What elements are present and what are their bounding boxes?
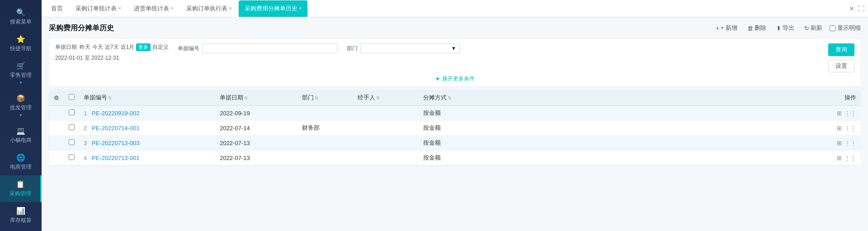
doc-no-input[interactable]	[202, 43, 338, 53]
sidebar-item-label: 零售管理	[10, 71, 32, 79]
view-icon[interactable]: ⊞	[837, 125, 842, 132]
more-icon[interactable]: ⋮⋮	[844, 155, 856, 161]
row-doc-date: 2022-07-13	[215, 151, 297, 165]
row-checkbox[interactable]	[64, 121, 79, 136]
close-icon[interactable]: ×	[299, 6, 302, 11]
close-icon[interactable]: ×	[118, 6, 121, 11]
row-doc-date: 2022-09-19	[215, 106, 297, 121]
cart-icon: 🛒	[16, 61, 25, 70]
tab-label: 首页	[51, 5, 63, 13]
col-doc-date-label: 单据日期	[220, 94, 243, 102]
date-range: 2022-01-01 至 2022-12-31	[55, 54, 169, 62]
show-detail-checkbox[interactable]: 显示明细	[830, 24, 861, 32]
row-handler	[353, 136, 419, 151]
doc-no-link[interactable]: PE-20220713-001	[92, 155, 140, 161]
add-button[interactable]: + + 新增	[713, 23, 740, 33]
sort-icon: ⇅	[315, 95, 318, 100]
expand-label: 展开更多条件	[442, 75, 475, 83]
table-row: 1 PE-20220919-002 2022-09-19 按金额 ⊞ ⋮⋮	[49, 106, 861, 121]
col-handler-label: 经手人	[358, 94, 375, 102]
sidebar-item-label: 库存核算	[10, 217, 32, 224]
col-doc-date[interactable]: 单据日期 ⇅	[215, 90, 297, 106]
sidebar-item-inventory[interactable]: 📊 库存核算	[0, 202, 42, 229]
globe-icon: 🌐	[16, 153, 25, 162]
expand-more[interactable]: ▼ 展开更多条件	[55, 75, 854, 83]
col-doc-no[interactable]: 单据编号 ⇅	[79, 90, 215, 106]
col-settings[interactable]: ⚙	[49, 90, 64, 106]
query-button[interactable]: 查询	[828, 43, 854, 56]
sidebar-item-ecom[interactable]: 🌐 电商管理	[0, 149, 42, 175]
dept-label: 部门	[347, 45, 358, 52]
table-row: 2 PE-20220714-001 2022-07-14 财务部 按金额 ⊞ ⋮…	[49, 121, 861, 136]
row-select-checkbox[interactable]	[69, 139, 75, 145]
show-detail-input[interactable]	[830, 25, 835, 31]
dept-field: 部门 ▼	[347, 43, 460, 53]
sidebar-item-finance[interactable]: 💰 资金管理	[0, 229, 42, 231]
date-more-btn[interactable]: 更多	[136, 43, 151, 51]
row-select-checkbox[interactable]	[69, 109, 75, 115]
tab-po-stats[interactable]: 采购订单统计表 ×	[70, 0, 127, 17]
date-7days[interactable]: 近7天	[105, 43, 119, 51]
export-button[interactable]: ⬆ 导出	[774, 23, 797, 33]
col-handler[interactable]: 经手人 ⇅	[353, 90, 419, 106]
close-all-icon[interactable]: ✕	[849, 5, 854, 12]
setting-button[interactable]: 设置	[828, 60, 854, 72]
date-today[interactable]: 今天	[92, 43, 103, 51]
date-1month[interactable]: 近1月	[121, 43, 135, 51]
row-checkbox[interactable]	[64, 136, 79, 151]
chevron-down-icon: ▼	[19, 113, 23, 118]
doc-no-link[interactable]: PE-20220919-002	[92, 110, 140, 117]
sidebar-item-label: 批发管理	[10, 104, 32, 112]
col-operation: 操作	[825, 90, 861, 106]
more-icon[interactable]: ⋮⋮	[844, 110, 856, 117]
view-icon[interactable]: ⊞	[837, 155, 842, 161]
refresh-icon: ↻	[804, 25, 809, 32]
sidebar-item-wholesale[interactable]: 📦 批发管理 ▼	[0, 90, 42, 122]
row-dept: 财务部	[297, 121, 354, 136]
view-icon[interactable]: ⊞	[837, 140, 842, 146]
sidebar-item-quick[interactable]: ⭐ 快捷导航	[0, 30, 42, 57]
row-dept	[297, 136, 354, 151]
table-row: 3 PE-20220713-003 2022-07-13 按金额 ⊞ ⋮⋮	[49, 136, 861, 151]
row-dept	[297, 106, 354, 121]
sidebar-item-purchase[interactable]: 📋 采购管理	[0, 175, 42, 202]
row-number: 4	[84, 155, 90, 161]
doc-no-link[interactable]: PE-20220714-001	[92, 125, 140, 132]
doc-no-link[interactable]: PE-20220713-003	[92, 140, 140, 146]
row-doc-date: 2022-07-14	[215, 121, 297, 136]
tab-home[interactable]: 首页	[45, 0, 69, 17]
tab-cost-alloc[interactable]: 采购费用分摊单历史 ×	[239, 0, 308, 17]
star-icon: ⭐	[16, 35, 25, 43]
date-custom[interactable]: 自定义	[152, 43, 169, 51]
select-all-checkbox[interactable]	[69, 94, 75, 100]
row-checkbox[interactable]	[64, 106, 79, 121]
row-select-checkbox[interactable]	[69, 154, 75, 160]
tab-label: 采购费用分摊单历史	[245, 5, 297, 13]
search-row: 单据日期 昨天 今天 近7天 近1月 更多 自定义 2022-01-01 至 2…	[55, 43, 854, 72]
sidebar-item-ecom-small[interactable]: 💻 小畅电商	[0, 122, 42, 149]
col-checkbox[interactable]	[64, 90, 79, 106]
add-label: + 新增	[721, 24, 737, 32]
fullscreen-icon[interactable]: ⛶	[858, 5, 864, 12]
tab-po-exec[interactable]: 采购订单执行表 ×	[180, 0, 238, 17]
col-dept[interactable]: 部门 ⇅	[297, 90, 354, 106]
close-icon[interactable]: ×	[171, 6, 174, 11]
sidebar-item-retail[interactable]: 🛒 零售管理 ▼	[0, 57, 42, 90]
row-checkbox[interactable]	[64, 151, 79, 165]
row-doc-date: 2022-07-13	[215, 136, 297, 151]
sidebar-item-label: 采购管理	[9, 190, 31, 198]
col-op-label: 操作	[844, 94, 856, 101]
col-alloc-method[interactable]: 分摊方式 ⇅	[419, 90, 825, 106]
view-icon[interactable]: ⊞	[837, 110, 842, 117]
dept-select[interactable]: ▼	[360, 43, 460, 53]
row-select-checkbox[interactable]	[69, 124, 75, 130]
delete-button[interactable]: 🗑 删除	[745, 23, 769, 33]
tab-import-stats[interactable]: 进货单统计表 ×	[128, 0, 179, 17]
more-icon[interactable]: ⋮⋮	[844, 125, 856, 132]
more-icon[interactable]: ⋮⋮	[844, 140, 856, 146]
date-yesterday[interactable]: 昨天	[80, 43, 90, 51]
refresh-button[interactable]: ↻ 刷新	[802, 23, 825, 33]
close-icon[interactable]: ×	[229, 6, 232, 11]
sidebar-item-search[interactable]: 🔍 搜索菜单	[0, 4, 42, 30]
row-handler	[353, 151, 419, 165]
